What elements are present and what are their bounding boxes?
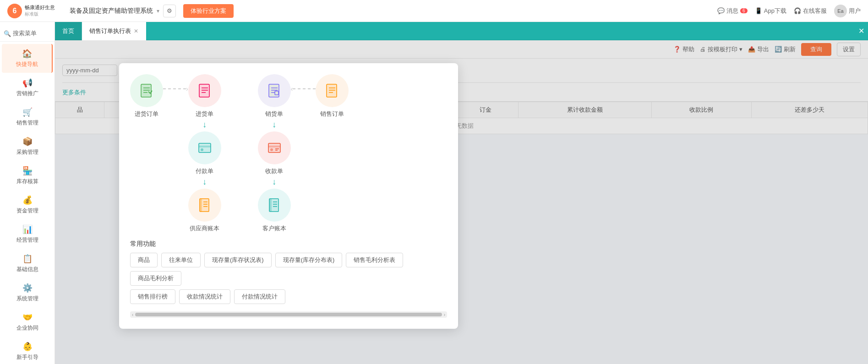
svg-rect-38: [327, 84, 337, 97]
common-functions: 常用功能 商品往来单位现存量(库存状况表)现存量(库存分布表)销售毛利分析表商品…: [130, 240, 447, 304]
supplier-ledger-icon[interactable]: [188, 189, 221, 222]
scroll-left-button[interactable]: ‹: [132, 312, 133, 317]
purchase-bill-icon[interactable]: [188, 74, 221, 107]
logo-icon: 6: [7, 4, 22, 18]
cf-btn-商品毛利分析[interactable]: 商品毛利分析: [130, 271, 181, 286]
content-area: 首页销售订单执行表✕ ✕ ❓ 帮助 🖨 按模板打印 ▾ 📤 导出: [55, 22, 868, 364]
sidebar-item-basic-info[interactable]: 📋 基础信息: [2, 249, 53, 278]
logo-area: 6 畅康通好生意 标准版: [7, 4, 62, 18]
enterprise-icon: 🤝: [22, 312, 33, 322]
wf-col-purchase: 进货单 ↓ 付款单 ↓ 供应商账本: [188, 74, 221, 233]
svg-rect-28: [268, 146, 280, 147]
cf-btn-往来单位[interactable]: 往来单位: [161, 253, 201, 267]
svg-rect-34: [269, 199, 272, 212]
inventory-label: 库存核算: [16, 178, 38, 185]
top-header: 6 畅康通好生意 标准版 装备及固定资产辅助管理系统 ▾ ⚙ 体验行业方案 💬 …: [0, 0, 868, 22]
basic-info-icon: 📋: [22, 254, 33, 264]
search-menu-button[interactable]: 🔍 搜索菜单: [0, 26, 55, 42]
down-arrow-1: ↓: [202, 120, 207, 130]
sidebar-item-sales[interactable]: 🛒 销售管理: [2, 103, 53, 131]
tab-close-sales-order-exec[interactable]: ✕: [134, 28, 138, 34]
wf-sale-order: 销售订单: [316, 74, 349, 118]
sale-bill-icon[interactable]: [258, 74, 291, 107]
customer-ledger-label: 客户账本: [262, 224, 286, 233]
purchase-order-icon[interactable]: [130, 74, 163, 107]
svg-rect-0: [141, 84, 151, 97]
newbie-icon: 👶: [22, 342, 33, 352]
workflow-diagram: 进货订单 › 进货单 ↓: [130, 74, 447, 233]
purchase-bill-label: 进货单: [196, 110, 213, 118]
service-icon: 🎧: [794, 7, 801, 14]
arrow-1: ›: [163, 85, 188, 92]
tab-bar: 首页销售订单执行表✕ ✕: [55, 22, 868, 40]
supplier-ledger-label: 供应商账本: [190, 224, 219, 233]
sidebar-item-marketing[interactable]: 📢 营销推广: [2, 73, 53, 102]
payment-bill-label: 付款单: [196, 167, 213, 175]
message-badge: 6: [740, 8, 748, 13]
message-icon: 💬: [717, 7, 725, 14]
tab-label-sales-order-exec: 销售订单执行表: [89, 27, 131, 35]
common-functions-title: 常用功能: [130, 240, 447, 248]
purchase-order-label: 进货订单: [135, 110, 158, 118]
sidebar-item-enterprise[interactable]: 🤝 企业协同: [2, 308, 53, 337]
close-all-button[interactable]: ✕: [858, 27, 864, 35]
tab-sales-order-exec[interactable]: 销售订单执行表✕: [82, 22, 146, 40]
svg-rect-16: [200, 199, 202, 212]
finance-label: 资金管理: [16, 207, 38, 215]
purchase-label: 采购管理: [16, 148, 38, 156]
down-arrow-2: ↓: [202, 177, 207, 187]
sidebar: 🔍 搜索菜单 🏠 快捷导航 📢 营销推广 🛒 销售管理 📦 采购管理 🏪 库存核…: [0, 22, 55, 364]
system-icon: ⚙️: [22, 283, 33, 293]
receipt-bill-label: 收款单: [265, 167, 283, 175]
sidebar-item-system[interactable]: ⚙️ 系统管理: [2, 278, 53, 307]
sidebar-item-quick-nav[interactable]: 🏠 快捷导航: [2, 44, 53, 73]
scroll-right-button[interactable]: ›: [444, 312, 445, 317]
cf-btn-销售排行榜[interactable]: 销售排行榜: [130, 289, 175, 304]
svg-rect-26: [268, 143, 280, 152]
operations-icon: 📊: [22, 224, 33, 234]
basic-info-label: 基础信息: [16, 266, 38, 273]
cf-btn-现存量(库存分布表)[interactable]: 现存量(库存分布表): [275, 253, 343, 267]
sale-order-icon[interactable]: [316, 74, 349, 107]
sale-bill-label: 销货单: [265, 110, 283, 118]
payment-bill-icon[interactable]: [188, 131, 221, 164]
customer-ledger-icon[interactable]: [258, 189, 291, 222]
receipt-bill-icon[interactable]: [258, 131, 291, 164]
newbie-label: 新手引导: [16, 353, 38, 361]
dropdown-arrow-icon[interactable]: ▾: [157, 8, 159, 14]
sidebar-item-inventory[interactable]: 🏪 库存核算: [2, 161, 53, 190]
user-menu[interactable]: Ea 用户: [834, 5, 861, 17]
cf-btn-收款情况统计[interactable]: 收款情况统计: [179, 289, 230, 304]
sales-icon: 🛒: [22, 107, 33, 117]
common-functions-buttons: 商品往来单位现存量(库存状况表)现存量(库存分布表)销售毛利分析表商品毛利分析: [130, 253, 447, 286]
arrow-2: ‹: [291, 85, 316, 92]
sidebar-item-newbie[interactable]: 👶 新手引导: [2, 337, 53, 364]
cf-btn-付款情况统计[interactable]: 付款情况统计: [234, 289, 285, 304]
down-arrow-3: ↓: [272, 120, 276, 130]
modal-scrollbar[interactable]: ‹ ›: [130, 311, 447, 318]
svg-point-29: [270, 148, 273, 151]
tab-home[interactable]: 首页: [55, 22, 82, 40]
settings-button[interactable]: ⚙: [163, 5, 176, 17]
online-service-button[interactable]: 🎧 在线客服: [794, 7, 827, 15]
sidebar-item-purchase[interactable]: 📦 采购管理: [2, 132, 53, 161]
quick-nav-icon: 🏠: [22, 49, 32, 59]
scroll-thumb[interactable]: [135, 313, 442, 316]
app-download-button[interactable]: 📱 App下载: [755, 7, 786, 15]
cf-btn-销售毛利分析表[interactable]: 销售毛利分析表: [346, 253, 403, 267]
purchase-icon: 📦: [22, 136, 33, 147]
sidebar-item-finance[interactable]: 💰 资金管理: [2, 190, 53, 219]
cf-btn-现存量(库存状况表)[interactable]: 现存量(库存状况表): [204, 253, 272, 267]
marketing-label: 营销推广: [16, 90, 38, 98]
search-menu-label: 搜索菜单: [13, 29, 37, 38]
trial-button[interactable]: 体验行业方案: [183, 4, 234, 18]
cf-btn-商品[interactable]: 商品: [130, 253, 158, 267]
sidebar-item-operations[interactable]: 📊 经营管理: [2, 220, 53, 249]
svg-point-13: [201, 148, 203, 151]
message-button[interactable]: 💬 消息 6: [717, 7, 748, 15]
quick-nav-label: 快捷导航: [16, 60, 38, 68]
main-layout: 🔍 搜索菜单 🏠 快捷导航 📢 营销推广 🛒 销售管理 📦 采购管理 🏪 库存核…: [0, 22, 868, 364]
tab-label-home: 首页: [62, 27, 74, 35]
enterprise-label: 企业协同: [16, 324, 38, 332]
system-label: 系统管理: [16, 295, 38, 303]
